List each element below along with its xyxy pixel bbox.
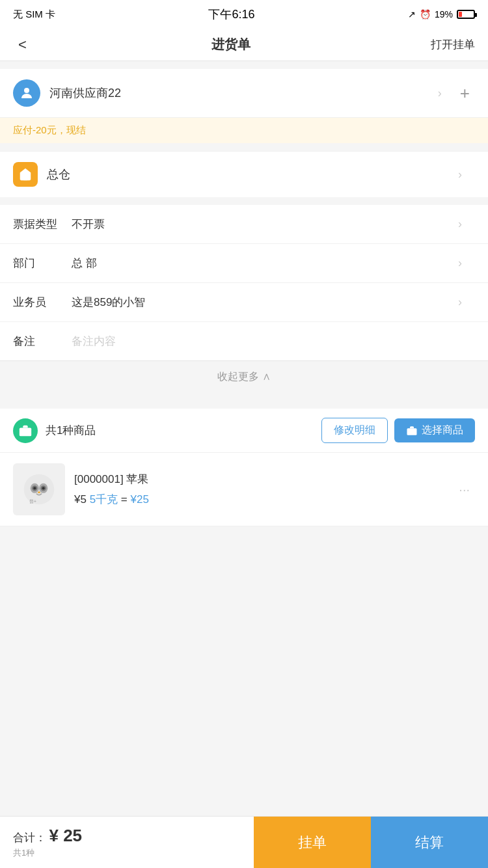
product-item: 普+ [0000001] 苹果 ¥5 5千克 = ¥25 ··· bbox=[0, 453, 488, 526]
time-label: 下午6:16 bbox=[208, 7, 254, 22]
modify-detail-button[interactable]: 修改明细 bbox=[321, 418, 388, 443]
collapse-bar[interactable]: 收起更多 ∧ bbox=[0, 360, 488, 393]
unit-price: ¥5 bbox=[74, 493, 87, 506]
bottom-spacer bbox=[0, 526, 488, 591]
supplier-card: 河南供应商22 › + 应付-20元，现结 bbox=[0, 69, 488, 143]
open-pending-button[interactable]: 打开挂单 bbox=[431, 37, 475, 52]
line-total: ¥25 bbox=[131, 493, 149, 506]
bottom-bar: 合计： ¥ 25 共1种 挂单 结算 bbox=[0, 816, 488, 868]
divider-2 bbox=[0, 143, 488, 151]
total-row: 合计： ¥ 25 bbox=[13, 826, 241, 846]
divider-1 bbox=[0, 61, 488, 69]
warehouse-card: 总仓 › bbox=[0, 151, 488, 197]
product-section: 共1种商品 修改明细 选择商品 bbox=[0, 409, 488, 526]
alarm-icon: ⏰ bbox=[420, 9, 431, 20]
warehouse-row[interactable]: 总仓 › bbox=[0, 151, 488, 197]
notice-bar: 应付-20元，现结 bbox=[0, 118, 488, 143]
department-value: 总 部 bbox=[72, 256, 458, 271]
salesperson-chevron-icon: › bbox=[458, 295, 462, 309]
equals-sign: = bbox=[121, 493, 131, 506]
remark-row[interactable]: 备注 备注内容 bbox=[0, 322, 488, 360]
back-button[interactable]: < bbox=[13, 31, 32, 59]
salesperson-value: 这是859的小智 bbox=[72, 295, 458, 310]
location-icon: ↗ bbox=[408, 9, 416, 20]
supplier-avatar bbox=[13, 79, 40, 107]
svg-rect-2 bbox=[407, 428, 417, 435]
svg-point-10 bbox=[33, 487, 36, 489]
salesperson-row[interactable]: 业务员 这是859的小智 › bbox=[0, 283, 488, 322]
supplier-chevron-icon: › bbox=[438, 87, 442, 100]
select-product-label: 选择商品 bbox=[422, 424, 463, 437]
form-section: 票据类型 不开票 › 部门 总 部 › 业务员 这是859的小智 › 备注 备注… bbox=[0, 205, 488, 360]
product-more-button[interactable]: ··· bbox=[454, 480, 475, 500]
department-chevron-icon: › bbox=[458, 256, 462, 270]
supplier-name: 河南供应商22 bbox=[49, 85, 438, 101]
product-count-label: 共1种商品 bbox=[46, 423, 321, 438]
department-row[interactable]: 部门 总 部 › bbox=[0, 244, 488, 283]
hang-order-button[interactable]: 挂单 bbox=[254, 817, 371, 869]
product-header: 共1种商品 修改明细 选择商品 bbox=[0, 409, 488, 453]
svg-point-0 bbox=[24, 88, 29, 93]
carrier-label: 无 SIM 卡 bbox=[13, 8, 55, 21]
nav-bar: < 进货单 打开挂单 bbox=[0, 29, 488, 61]
svg-point-11 bbox=[42, 487, 45, 489]
product-info: [0000001] 苹果 ¥5 5千克 = ¥25 bbox=[74, 472, 454, 507]
total-label: 合计： bbox=[13, 832, 46, 844]
product-price: ¥5 5千克 = ¥25 bbox=[74, 492, 454, 507]
checkout-button[interactable]: 结算 bbox=[371, 817, 488, 869]
warehouse-name: 总仓 bbox=[47, 167, 458, 182]
remark-label: 备注 bbox=[13, 334, 65, 349]
svg-rect-1 bbox=[20, 427, 31, 436]
product-title: [0000001] 苹果 bbox=[74, 472, 454, 487]
divider-3 bbox=[0, 393, 488, 401]
add-supplier-button[interactable]: + bbox=[455, 81, 475, 106]
warehouse-icon bbox=[13, 162, 38, 187]
product-bag-icon bbox=[13, 418, 38, 443]
salesperson-label: 业务员 bbox=[13, 295, 65, 310]
invoice-type-row[interactable]: 票据类型 不开票 › bbox=[0, 205, 488, 244]
invoice-type-label: 票据类型 bbox=[13, 217, 65, 232]
status-bar: 无 SIM 卡 下午6:16 ↗ ⏰ 19% bbox=[0, 0, 488, 29]
battery-icon bbox=[457, 10, 475, 19]
warehouse-chevron-icon: › bbox=[458, 168, 462, 182]
product-id: [0000001] bbox=[74, 473, 124, 485]
remark-input[interactable]: 备注内容 bbox=[72, 334, 475, 349]
battery-percent: 19% bbox=[435, 9, 453, 20]
department-label: 部门 bbox=[13, 256, 65, 271]
total-amount: ¥ 25 bbox=[49, 826, 82, 845]
page-title: 进货单 bbox=[211, 36, 251, 53]
select-product-button[interactable]: 选择商品 bbox=[394, 418, 475, 442]
svg-text:普+: 普+ bbox=[29, 498, 36, 504]
svg-point-5 bbox=[24, 474, 55, 505]
invoice-type-value: 不开票 bbox=[72, 217, 458, 232]
invoice-chevron-icon: › bbox=[458, 217, 462, 231]
product-thumbnail: 普+ bbox=[13, 463, 65, 515]
total-count: 共1种 bbox=[13, 847, 241, 859]
quantity-value: 5千克 bbox=[90, 493, 118, 506]
supplier-row[interactable]: 河南供应商22 › + bbox=[0, 69, 488, 118]
status-icons: ↗ ⏰ 19% bbox=[408, 9, 475, 20]
total-section: 合计： ¥ 25 共1种 bbox=[0, 826, 254, 859]
